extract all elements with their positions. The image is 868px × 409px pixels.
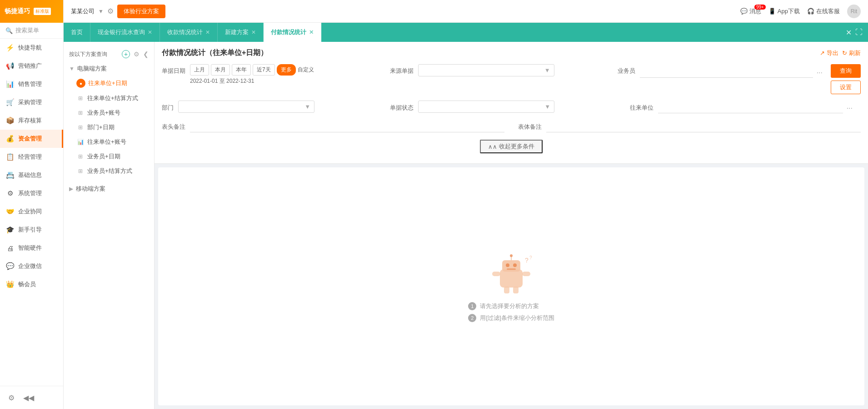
- mobile-section-header[interactable]: ▶ 移动端方案: [64, 182, 154, 196]
- header-note-label: 表头备注: [162, 120, 185, 131]
- expand-btn[interactable]: ⛶: [855, 28, 863, 36]
- online-service-btn[interactable]: 🎧 在线客服: [807, 7, 840, 15]
- partner-input[interactable]: [658, 100, 843, 113]
- sidebar-item-marketing[interactable]: 📢 营销推广: [0, 57, 63, 75]
- date-last-month-btn[interactable]: 上月: [190, 64, 209, 76]
- schema-item-staff-date[interactable]: ⊞ 业务员+日期: [64, 149, 154, 164]
- funds-icon: 💰: [5, 134, 15, 143]
- desktop-section-header[interactable]: ▼ 电脑端方案: [64, 62, 154, 76]
- schema-label: 部门+日期: [87, 123, 115, 131]
- tab-cashflow-close[interactable]: ✕: [148, 29, 152, 35]
- tab-payments[interactable]: 付款情况统计 ✕: [264, 23, 321, 42]
- schema-label: 业务员+日期: [87, 152, 120, 161]
- sidebar-footer: ⚙ ◀◀: [0, 386, 63, 409]
- date-this-month-btn[interactable]: 本月: [211, 64, 230, 76]
- body-note-input[interactable]: [546, 119, 861, 132]
- filter-area: 付款情况统计（往来单位+日期） ↗ 导出 ↻ 刷新: [155, 42, 868, 164]
- sidebar-item-label: 营销推广: [18, 62, 42, 70]
- sidebar-item-funds[interactable]: 💰 资金管理: [0, 130, 63, 148]
- tab-receipts[interactable]: 收款情况统计 ✕: [160, 23, 218, 42]
- filter-actions: ↗ 导出 ↻ 刷新: [820, 49, 861, 57]
- schema-table-icon4: ⊞: [76, 152, 85, 161]
- schema-item-partner-settlement[interactable]: ⊞ 往来单位+结算方式: [64, 91, 154, 106]
- tab-receipts-label: 收款情况统计: [167, 28, 203, 36]
- sidebar-item-basics[interactable]: 📇 基础信息: [0, 166, 63, 184]
- refresh-btn[interactable]: ↻ 刷新: [842, 49, 861, 57]
- dept-select[interactable]: ▼: [178, 101, 314, 113]
- app-download-btn[interactable]: 📱 App下载: [768, 7, 800, 15]
- close-all-btn[interactable]: ✕: [846, 28, 852, 37]
- sidebar-item-inventory[interactable]: 📦 库存核算: [0, 111, 63, 130]
- sidebar-item-label: 新手引导: [18, 226, 42, 234]
- sidebar-item-operations[interactable]: 📋 经营管理: [0, 148, 63, 166]
- schema-label: 往来单位+结算方式: [87, 94, 138, 102]
- main-area: 某某公司 ▼ ⚙ 体验行业方案 💬 消息 99+ 📱 App下载 🎧 在线客服: [64, 0, 868, 409]
- date-custom-label[interactable]: 自定义: [298, 66, 314, 74]
- dropdown-arrow-icon[interactable]: ▼: [98, 8, 104, 15]
- add-schema-btn[interactable]: +: [122, 50, 130, 58]
- service-label: 在线客服: [816, 7, 840, 15]
- sidebar-collapse-btn[interactable]: ◀◀: [22, 391, 35, 404]
- panel-collapse-icon[interactable]: ❮: [143, 50, 149, 58]
- section-collapse-icon: ▼: [69, 66, 75, 72]
- sidebar-item-sales[interactable]: 📊 销售管理: [0, 75, 63, 93]
- tab-cashflow[interactable]: 现金银行流水查询 ✕: [90, 23, 160, 42]
- dept-dropdown-icon: ▼: [304, 103, 310, 110]
- tab-newschema[interactable]: 新建方案 ✕: [218, 23, 264, 42]
- left-panel: 按以下方案查询 + ⚙ ❮ ▼ 电脑端方案 ● 往来单位+日期: [64, 42, 155, 409]
- mobile-section: ▶ 移动端方案: [64, 182, 154, 196]
- sidebar-nav: ⚡ 快捷导航 📢 营销推广 📊 销售管理 🛒 采购管理 📦 库存核算 💰: [0, 39, 63, 386]
- quicknav-icon: ⚡: [5, 43, 15, 52]
- header-note-input[interactable]: [190, 119, 504, 132]
- sidebar-item-hardware[interactable]: 🖨 智能硬件: [0, 239, 63, 257]
- schema-item-partner-account[interactable]: 📊 往来单位+账号: [64, 135, 154, 149]
- query-btn[interactable]: 查询: [831, 64, 861, 78]
- date-this-year-btn[interactable]: 本年: [232, 64, 251, 76]
- tab-cashflow-label: 现金银行流水查询: [98, 28, 145, 36]
- tab-receipts-close[interactable]: ✕: [205, 29, 210, 35]
- export-btn[interactable]: ↗ 导出: [820, 49, 838, 57]
- status-select[interactable]: ▼: [418, 101, 554, 113]
- collapse-btn[interactable]: ∧∧ 收起更多条件: [480, 140, 543, 153]
- sidebar-item-guide[interactable]: 🎓 新手引导: [0, 221, 63, 239]
- schema-item-staff-account[interactable]: ⊞ 业务员+账号: [64, 106, 154, 120]
- sidebar-item-collab[interactable]: 🤝 企业协同: [0, 202, 63, 221]
- msg-badge: 99+: [754, 5, 766, 10]
- date-last7-btn[interactable]: 近7天: [253, 64, 275, 76]
- service-icon: 🎧: [807, 8, 814, 15]
- staff-input[interactable]: [640, 64, 813, 78]
- partner-dots[interactable]: ...: [843, 102, 856, 111]
- date-more-btn[interactable]: 更多: [277, 64, 296, 76]
- sidebar-item-purchase[interactable]: 🛒 采购管理: [0, 93, 63, 111]
- user-avatar[interactable]: Rit: [847, 5, 861, 18]
- sidebar-search[interactable]: 🔍 搜索菜单: [0, 23, 63, 39]
- query-btn-group: 查询 设置: [831, 64, 861, 94]
- page-title-text: 付款情况统计（往来单位+日期）: [162, 48, 268, 58]
- settings-icon[interactable]: ⚙: [107, 7, 114, 15]
- trial-btn[interactable]: 体验行业方案: [117, 5, 165, 18]
- data-area: ? ? 1 请先选择要分析的方案 2 用[过滤]条件来缩小分析范围: [158, 167, 864, 405]
- basics-icon: 📇: [5, 171, 15, 180]
- messages-btn[interactable]: 💬 消息 99+: [740, 7, 761, 15]
- sidebar-item-quicknav[interactable]: ⚡ 快捷导航: [0, 39, 63, 57]
- tab-newschema-close[interactable]: ✕: [251, 29, 256, 35]
- schema-settings-icon[interactable]: ⚙: [134, 50, 140, 58]
- sidebar-item-member[interactable]: 👑 畅会员: [0, 275, 63, 293]
- schema-item-staff-settlement[interactable]: ⊞ 业务员+结算方式: [64, 164, 154, 178]
- tab-home[interactable]: 首页: [64, 23, 90, 42]
- svg-rect-0: [500, 269, 523, 288]
- sidebar-item-system[interactable]: ⚙ 系统管理: [0, 184, 63, 202]
- tab-home-label: 首页: [71, 28, 83, 36]
- tabs-bar: 首页 现金银行流水查询 ✕ 收款情况统计 ✕ 新建方案 ✕ 付款情况统计 ✕ ✕…: [64, 23, 868, 42]
- desktop-section-label: 电脑端方案: [77, 65, 107, 73]
- sidebar-item-label: 企业协同: [18, 207, 42, 216]
- svg-rect-4: [507, 268, 516, 270]
- sidebar-settings-btn[interactable]: ⚙: [5, 391, 18, 404]
- schema-item-dept-date[interactable]: ⊞ 部门+日期: [64, 120, 154, 135]
- tab-payments-close[interactable]: ✕: [309, 29, 314, 35]
- schema-item-partner-date[interactable]: ● 往来单位+日期: [64, 76, 154, 91]
- sidebar-item-weixin[interactable]: 💬 企业微信: [0, 257, 63, 275]
- staff-dots[interactable]: ...: [813, 67, 826, 75]
- source-select[interactable]: ▼: [418, 64, 554, 76]
- settings-btn[interactable]: 设置: [831, 81, 861, 94]
